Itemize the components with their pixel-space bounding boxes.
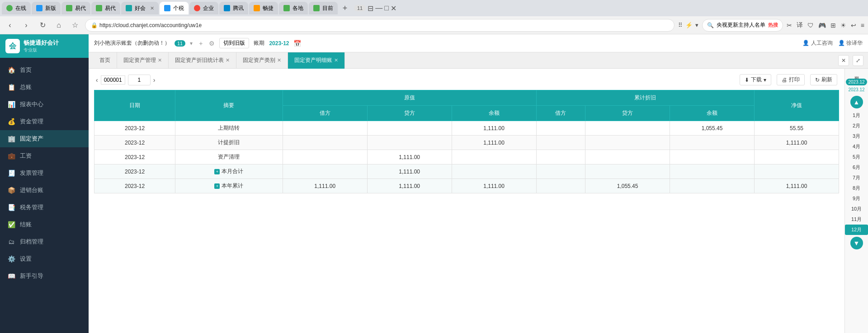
period-scroll-down-button[interactable]: ▼ <box>850 237 863 249</box>
tab-close-icon[interactable]: ✕ <box>226 57 230 63</box>
sidebar-item-purchase-sales[interactable]: 📦 进销台账 <box>0 182 89 199</box>
sidebar-item-closing[interactable]: ✅ 结账 <box>0 216 89 233</box>
tab-label: 各地 <box>292 5 303 12</box>
sidebar-item-funds[interactable]: 💰 资金管理 <box>0 113 89 130</box>
next-page-button[interactable]: › <box>153 76 156 84</box>
refresh-button[interactable]: ↻ 刷新 <box>810 74 837 85</box>
browser-tab-haohui[interactable]: 好会 ✕ <box>121 2 159 14</box>
period-month-10[interactable]: 10月 <box>845 204 868 214</box>
sidebar-item-tax[interactable]: 📑 税务管理 <box>0 199 89 216</box>
sidebar-item-fixed-assets[interactable]: 🏢 固定资产 <box>0 130 89 147</box>
tab-close-icon[interactable]: ✕ <box>158 57 162 63</box>
row-date: 2023-12 <box>94 164 175 179</box>
forward-button[interactable]: › <box>20 19 33 32</box>
print-button[interactable]: 🖨 打印 <box>777 74 805 85</box>
menu-icon[interactable]: ≡ <box>861 22 864 29</box>
tab-asset-category[interactable]: 固定资产类别 ✕ <box>236 52 288 69</box>
sidebar-item-settings[interactable]: ⚙️ 设置 <box>0 250 89 267</box>
extensions-icon[interactable]: ⠿ <box>678 22 683 28</box>
minimize-icon[interactable]: — <box>375 4 382 12</box>
row-dep-balance <box>670 150 755 164</box>
bookmark-button[interactable]: ☆ <box>69 19 81 32</box>
reports-menu-icon: 📊 <box>7 100 15 108</box>
download-dropdown-icon[interactable]: ▾ <box>764 77 766 83</box>
period-month-4[interactable]: 4月 <box>845 141 868 152</box>
period-scroll-up-button[interactable]: ▲ <box>850 96 863 108</box>
tab-close-icon[interactable]: ✕ <box>334 57 338 63</box>
period-month-7[interactable]: 7月 <box>845 173 868 183</box>
sidebar-item-guide[interactable]: 📖 新手引导 <box>0 267 89 285</box>
browser-tab-qiye[interactable]: 企业 <box>189 2 218 14</box>
tab-close-icon[interactable]: ✕ <box>277 57 281 63</box>
period-month-2[interactable]: 2月 <box>845 121 868 131</box>
home-button[interactable]: ⌂ <box>52 19 65 32</box>
header-net-value: 净值 <box>754 90 839 121</box>
sidebar-item-label: 总账 <box>20 83 32 91</box>
tab-asset-detail-ledger[interactable]: 固定资产明细账 ✕ <box>288 52 345 69</box>
period-month-3[interactable]: 3月 <box>845 131 868 141</box>
user-avatar[interactable]: 👤 徐译华 <box>838 39 863 47</box>
translate-icon[interactable]: 译 <box>797 21 803 29</box>
row-original-debit <box>283 136 367 150</box>
address-input[interactable]: 🔒 https://cloud.chanjet.com/accounting/u… <box>85 19 675 32</box>
period-month-12[interactable]: 12月 <box>845 225 868 235</box>
browser-tab-tengxun[interactable]: 腾讯 <box>219 2 248 14</box>
sidebar-item-general-ledger[interactable]: 📋 总账 <box>0 79 89 96</box>
new-tab-badge: 11 <box>354 5 366 11</box>
maximize-icon[interactable]: □ <box>384 4 389 12</box>
browser-tab-gedi[interactable]: 各地 <box>279 2 308 14</box>
period-month-5[interactable]: 5月 <box>845 152 868 162</box>
tab-depreciation-stats[interactable]: 固定资产折旧统计表 ✕ <box>169 52 236 69</box>
row-original-credit: 1,111.00 <box>367 150 452 164</box>
settings-gear-icon[interactable]: ⚙ <box>209 40 215 47</box>
game-icon[interactable]: 🎮 <box>818 22 826 29</box>
browser-tab-yidai2[interactable]: 易代 <box>91 2 120 14</box>
header-accumulated-depreciation: 累计折旧 <box>536 90 754 106</box>
tab-maximize-button[interactable]: ⤢ <box>853 55 863 66</box>
switch-version-button[interactable]: 切到旧版 <box>219 38 249 48</box>
sidebar-item-archive[interactable]: 🗂 归档管理 <box>0 233 89 250</box>
calendar-icon[interactable]: 📅 <box>293 40 301 47</box>
reload-button[interactable]: ↻ <box>36 19 49 32</box>
sidebar-item-payroll[interactable]: 💼 工资 <box>0 147 89 164</box>
tab-close-icon[interactable]: ✕ <box>150 5 154 11</box>
sidebar-item-reports[interactable]: 📊 报表中心 <box>0 96 89 113</box>
brightness-icon[interactable]: ☀ <box>840 22 846 29</box>
dropdown-icon[interactable]: ▾ <box>695 22 698 28</box>
search-box[interactable]: 🔍 央视更新主持人名单 热搜 <box>702 19 783 32</box>
tab-list-icon[interactable]: ⊟ <box>368 4 373 13</box>
back-button[interactable]: ‹ <box>4 19 16 32</box>
shield-icon[interactable]: 🛡 <box>807 22 814 29</box>
browser-tab-changjie[interactable]: 畅捷 <box>249 2 278 14</box>
tab-home[interactable]: 首页 <box>93 52 117 69</box>
row-net-value: 1,111.00 <box>754 179 839 193</box>
scissors-icon[interactable]: ✂ <box>787 22 792 29</box>
browser-tab-muqian[interactable]: 目前 <box>309 2 338 14</box>
tab-fixed-assets-mgmt[interactable]: 固定资产管理 ✕ <box>117 52 169 69</box>
add-account-icon[interactable]: + <box>199 40 203 47</box>
period-month-1[interactable]: 1月 <box>845 110 868 121</box>
new-tab-button[interactable]: + <box>339 2 351 14</box>
browser-tab-yidai1[interactable]: 易代 <box>61 2 90 14</box>
grid-icon[interactable]: ⊞ <box>830 22 836 29</box>
period-month-11[interactable]: 11月 <box>845 214 868 225</box>
prev-page-button[interactable]: ‹ <box>96 76 98 84</box>
close-browser-icon[interactable]: ✕ <box>391 4 396 13</box>
dropdown-arrow[interactable]: ▾ <box>190 40 193 47</box>
period-month-6[interactable]: 6月 <box>845 162 868 173</box>
tab-close-current-button[interactable]: ✕ <box>838 55 849 66</box>
page-number-input[interactable] <box>128 75 151 85</box>
ledger-menu-icon: 📋 <box>7 83 15 91</box>
download-button[interactable]: ⬇ 下载 ▾ <box>740 74 771 85</box>
sidebar-item-home[interactable]: 🏠 首页 <box>0 61 89 79</box>
period-month-8[interactable]: 8月 <box>845 183 868 193</box>
customer-service-button[interactable]: 👤 人工咨询 <box>802 39 832 47</box>
sidebar-item-invoices[interactable]: 🧾 发票管理 <box>0 164 89 182</box>
lightning-icon[interactable]: ⚡ <box>685 22 693 28</box>
browser-tab-online[interactable]: 在线 <box>2 2 31 14</box>
undo-icon[interactable]: ↩ <box>851 22 856 29</box>
browser-tab-new[interactable]: 新版 <box>32 2 61 14</box>
browser-tab-geshui[interactable]: 个税 <box>160 2 189 14</box>
closing-menu-icon: ✅ <box>7 220 15 229</box>
period-month-9[interactable]: 9月 <box>845 193 868 204</box>
